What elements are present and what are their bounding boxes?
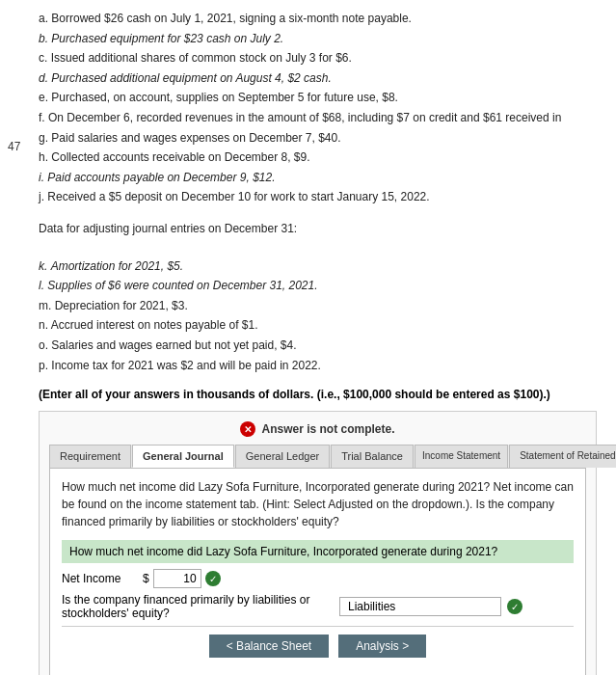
transaction-a: a. Borrowed $26 cash on July 1, 2021, si… — [39, 10, 597, 28]
answer-box: ✕ Answer is not complete. Requirement Ge… — [39, 411, 597, 675]
tab-income-statement[interactable]: Income Statement — [415, 445, 508, 468]
net-income-label: Net Income — [62, 572, 139, 585]
dollar-sign: $ — [143, 572, 149, 585]
transaction-f: f. On December 6, recorded revenues in t… — [39, 109, 597, 127]
net-income-input[interactable] — [153, 569, 201, 588]
highlighted-question: How much net income did Lazy Sofa Furnit… — [62, 540, 574, 563]
enter-note: (Enter all of your answers in thousands … — [39, 388, 597, 401]
content-area: How much net income did Lazy Sofa Furnit… — [49, 469, 586, 675]
tab-requirement[interactable]: Requirement — [49, 445, 131, 468]
liabilities-row: Is the company financed primarily by lia… — [62, 593, 574, 620]
transaction-i: i. Paid accounts payable on December 9, … — [39, 169, 597, 187]
adjusting-header: Data for adjusting journal entries on De… — [39, 220, 597, 238]
adjusting-o: o. Salaries and wages earned but not yet… — [39, 337, 597, 355]
tab-trial-balance[interactable]: Trial Balance — [331, 445, 414, 468]
answer-status: ✕ Answer is not complete. — [49, 421, 586, 437]
transaction-j: j. Received a $5 deposit on December 10 … — [39, 188, 597, 206]
tab-general-journal[interactable]: General Journal — [132, 445, 234, 468]
adjusting-n: n. Accrued interest on notes payable of … — [39, 316, 597, 335]
tab-statement-retained[interactable]: Statement of Retained Earnings — [509, 445, 616, 468]
question-text: How much net income did Lazy Sofa Furnit… — [62, 478, 574, 530]
forward-button[interactable]: Analysis > — [338, 634, 426, 658]
transaction-d: d. Purchased additional equipment on Aug… — [39, 69, 597, 88]
transactions-section: a. Borrowed $26 cash on July 1, 2021, si… — [39, 10, 597, 206]
nav-buttons: < Balance Sheet Analysis > — [62, 626, 574, 665]
transaction-b: b. Purchased equipment for $23 cash on J… — [39, 30, 597, 48]
liabilities-check-icon: ✓ — [507, 599, 522, 614]
transaction-g: g. Paid salaries and wages expenses on D… — [39, 129, 597, 148]
adjusting-section: Data for adjusting journal entries on De… — [39, 220, 597, 374]
error-icon: ✕ — [240, 421, 255, 437]
net-income-row: Net Income $ ✓ — [62, 569, 574, 588]
transaction-e: e. Purchased, on account, supplies on Se… — [39, 89, 597, 107]
adjusting-m: m. Depreciation for 2021, $3. — [39, 297, 597, 315]
tabs-row: Requirement General Journal General Ledg… — [49, 445, 586, 469]
liabilities-question-label: Is the company financed primarily by lia… — [62, 593, 332, 620]
back-button[interactable]: < Balance Sheet — [209, 634, 329, 658]
adjusting-p: p. Income tax for 2021 was $2 and will b… — [39, 357, 597, 375]
tab-general-ledger[interactable]: General Ledger — [235, 445, 330, 468]
adjusting-l: l. Supplies of $6 were counted on Decemb… — [39, 277, 597, 295]
transaction-h: h. Collected accounts receivable on Dece… — [39, 148, 597, 167]
adjusting-k: k. Amortization for 2021, $5. — [39, 257, 597, 276]
liabilities-input[interactable] — [339, 597, 501, 616]
check-icon: ✓ — [205, 571, 221, 586]
transaction-c: c. Issued additional shares of common st… — [39, 49, 597, 68]
page-number: 47 — [8, 140, 20, 153]
